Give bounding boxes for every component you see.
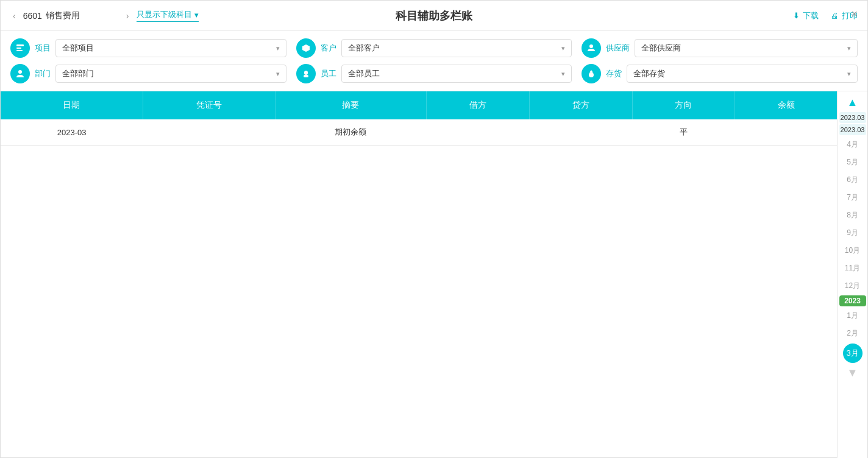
col-voucher: 凭证号 [143, 91, 275, 119]
sidebar-month-11[interactable]: 11月 [839, 260, 866, 277]
chevron-down-icon: ▾ [194, 10, 199, 19]
col-summary: 摘要 [275, 91, 426, 119]
svg-point-7 [589, 72, 594, 77]
cell-balance [735, 119, 837, 146]
sidebar-month-1[interactable]: 1月 [839, 308, 866, 324]
title-bar: ‹ 6601 › 只显示下级科目 ▾ 科目辅助多栏账 ⬇ 下载 🖨 打印 × [1, 1, 867, 31]
employee-chevron: ▾ [561, 70, 565, 78]
sidebar-month-9[interactable]: 9月 [839, 225, 866, 241]
col-balance: 余额 [735, 91, 837, 119]
filter-inventory: 存货 全部存货 ▾ [582, 64, 858, 83]
sidebar-year-2023[interactable]: 2023 [839, 295, 866, 306]
inventory-select[interactable]: 全部存货 ▾ [627, 65, 858, 83]
svg-point-4 [18, 70, 22, 74]
col-debit: 借方 [426, 91, 529, 119]
filter-employee: 员工 全部员工 ▾ [296, 64, 572, 83]
inventory-icon [582, 64, 601, 83]
svg-rect-1 [16, 48, 21, 49]
download-icon: ⬇ [793, 11, 800, 20]
sidebar-month-5[interactable]: 5月 [839, 154, 866, 171]
sidebar-month-12[interactable]: 12月 [839, 278, 866, 294]
right-sidebar: ▲ 2023.03 2023.03 4月 5月 6月 7月 8月 9月 10月 … [837, 91, 867, 458]
table-row: 2023-03 期初余额 平 [1, 119, 837, 146]
filter-row-1: 项目 全部项目 ▾ 客户 全部客户 ▾ [10, 38, 858, 58]
filter-customer: 客户 全部客户 ▾ [296, 38, 572, 58]
project-chevron: ▾ [276, 44, 280, 52]
cell-direction: 平 [632, 119, 735, 146]
project-label: 项目 [35, 43, 51, 54]
print-icon: 🖨 [831, 11, 839, 20]
sidebar-month-2[interactable]: 2月 [839, 325, 866, 342]
supplier-icon [582, 38, 601, 58]
sidebar-month-7[interactable]: 7月 [839, 189, 866, 206]
svg-rect-6 [304, 75, 308, 77]
sidebar-up-arrow[interactable]: ▲ [845, 94, 861, 111]
show-sub-label: 只显示下级科目 [137, 9, 192, 20]
next-arrow[interactable]: › [124, 10, 132, 22]
filter-supplier: 供应商 全部供应商 ▾ [582, 38, 858, 58]
inventory-value: 全部存货 [633, 68, 665, 79]
cell-debit [426, 119, 529, 146]
department-value: 全部部门 [62, 68, 94, 79]
table-header-row: 日期 凭证号 摘要 借方 贷方 方向 余额 [1, 91, 837, 119]
project-icon [10, 38, 30, 58]
title-actions: ⬇ 下载 🖨 打印 × [793, 10, 858, 21]
employee-select[interactable]: 全部员工 ▾ [341, 65, 572, 83]
col-direction: 方向 [632, 91, 735, 119]
employee-value: 全部员工 [348, 68, 380, 79]
close-button[interactable]: × [851, 8, 858, 21]
customer-label: 客户 [321, 43, 336, 54]
download-label: 下载 [803, 10, 819, 21]
col-date: 日期 [1, 91, 143, 119]
main-window: ‹ 6601 › 只显示下级科目 ▾ 科目辅助多栏账 ⬇ 下载 🖨 打印 × [0, 0, 868, 458]
employee-label: 员工 [321, 68, 336, 79]
sidebar-down-arrow[interactable]: ▼ [845, 364, 861, 382]
download-button[interactable]: ⬇ 下载 [793, 10, 819, 21]
supplier-label: 供应商 [606, 43, 630, 54]
sidebar-date-2023-03-1[interactable]: 2023.03 [839, 112, 866, 123]
supplier-select[interactable]: 全部供应商 ▾ [635, 39, 858, 57]
sidebar-month-6[interactable]: 6月 [839, 172, 866, 188]
inventory-label: 存货 [606, 68, 622, 79]
filter-project: 项目 全部项目 ▾ [10, 38, 286, 58]
page-title: 科目辅助多栏账 [396, 9, 472, 23]
svg-point-3 [589, 44, 593, 48]
filter-bar: 项目 全部项目 ▾ 客户 全部客户 ▾ [1, 31, 867, 91]
cell-summary: 期初余额 [275, 119, 426, 146]
project-value: 全部项目 [62, 43, 94, 54]
title-left: ‹ 6601 › 只显示下级科目 ▾ [10, 9, 199, 22]
account-code-text: 6601 [23, 11, 42, 21]
col-credit: 贷方 [529, 91, 632, 119]
account-code-area: 6601 [23, 11, 119, 21]
sidebar-month-4[interactable]: 4月 [839, 136, 866, 153]
cell-credit [529, 119, 632, 146]
supplier-chevron: ▾ [847, 44, 851, 52]
inventory-chevron: ▾ [847, 70, 851, 78]
content-area: 日期 凭证号 摘要 借方 贷方 方向 余额 2023-03 [1, 91, 867, 458]
customer-value: 全部客户 [348, 43, 380, 54]
sidebar-month-8[interactable]: 8月 [839, 207, 866, 224]
employee-icon [296, 64, 316, 83]
filter-row-2: 部门 全部部门 ▾ 员工 全部员工 ▾ [10, 64, 858, 83]
show-sub-toggle[interactable]: 只显示下级科目 ▾ [137, 9, 199, 22]
svg-rect-0 [16, 44, 24, 46]
cell-date: 2023-03 [1, 119, 143, 146]
supplier-value: 全部供应商 [641, 43, 681, 54]
svg-rect-2 [16, 50, 23, 51]
department-label: 部门 [35, 68, 51, 79]
svg-rect-5 [304, 71, 308, 75]
department-chevron: ▾ [276, 70, 280, 78]
department-select[interactable]: 全部部门 ▾ [55, 65, 286, 83]
sidebar-month-3-active[interactable]: 3月 [843, 344, 863, 363]
customer-chevron: ▾ [561, 44, 565, 52]
account-name-input[interactable] [46, 11, 119, 21]
project-select[interactable]: 全部项目 ▾ [55, 39, 286, 57]
sidebar-month-10[interactable]: 10月 [839, 242, 866, 259]
table-scroll-area[interactable]: 日期 凭证号 摘要 借方 贷方 方向 余额 2023-03 [1, 91, 837, 458]
customer-icon [296, 38, 316, 58]
prev-arrow[interactable]: ‹ [10, 10, 18, 22]
customer-select[interactable]: 全部客户 ▾ [341, 39, 572, 57]
table-container: 日期 凭证号 摘要 借方 贷方 方向 余额 2023-03 [1, 91, 837, 458]
department-icon [10, 64, 30, 83]
sidebar-date-2023-03-2[interactable]: 2023.03 [839, 124, 866, 135]
